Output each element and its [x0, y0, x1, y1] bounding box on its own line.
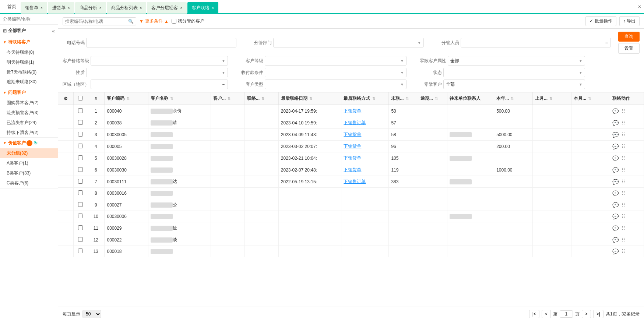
- chat-icon[interactable]: 💬: [612, 190, 619, 196]
- row-action-cell[interactable]: 💬⠿: [610, 176, 644, 188]
- row-checkbox[interactable]: [78, 108, 83, 113]
- sidebar-item-overdue[interactable]: 逾期未联络(30): [0, 77, 58, 87]
- row-checkbox[interactable]: [78, 120, 83, 125]
- gear-column-header[interactable]: ⚙: [58, 92, 74, 105]
- last-method-link[interactable]: 下销售订单: [344, 120, 366, 125]
- row-action-cell[interactable]: 💬⠿: [610, 234, 644, 246]
- row-checkbox[interactable]: [78, 202, 83, 207]
- batch-ops-button[interactable]: ✓ 批量操作: [585, 16, 616, 26]
- sidebar-all-customers[interactable]: ⊞ 全部客户 «: [0, 25, 58, 37]
- nav-home[interactable]: 首页: [3, 0, 21, 14]
- row-checkbox[interactable]: [78, 155, 83, 160]
- page-input[interactable]: [560, 310, 573, 318]
- row-last-method-cell[interactable]: [341, 188, 389, 199]
- tab-close-pl[interactable]: ×: [140, 6, 142, 10]
- tab-close-cl[interactable]: ×: [180, 6, 182, 10]
- last-method-link[interactable]: 下销货单: [344, 144, 361, 149]
- my-customers-checkbox[interactable]: 我分管的客户: [172, 18, 204, 24]
- check-column-header[interactable]: [74, 92, 87, 105]
- more-action-icon[interactable]: ⠿: [622, 190, 625, 196]
- filter-manager-input[interactable]: ···: [461, 38, 611, 47]
- more-action-icon[interactable]: ⠿: [622, 155, 625, 161]
- row-checkbox[interactable]: [78, 248, 83, 253]
- chat-icon[interactable]: 💬: [612, 155, 619, 161]
- first-page-button[interactable]: |<: [529, 310, 539, 318]
- chat-icon[interactable]: 💬: [612, 132, 619, 138]
- more-action-icon[interactable]: ⠿: [622, 202, 625, 208]
- last-method-link[interactable]: 下销货单: [344, 108, 361, 113]
- last-method-link[interactable]: 下销售订单: [344, 179, 366, 184]
- row-checkbox[interactable]: [78, 225, 83, 230]
- row-check-cell[interactable]: [74, 199, 87, 211]
- row-checkbox[interactable]: [78, 144, 83, 148]
- row-action-cell[interactable]: 💬⠿: [610, 164, 644, 176]
- sidebar-item-declining[interactable]: 持续下滑客户(2): [0, 128, 58, 138]
- row-checkbox[interactable]: [78, 179, 83, 184]
- next-page-button[interactable]: >: [582, 310, 591, 318]
- last-method-link[interactable]: 下销货单: [344, 132, 361, 137]
- row-check-cell[interactable]: [74, 176, 87, 188]
- chat-icon[interactable]: 💬: [612, 248, 619, 254]
- row-check-cell[interactable]: [74, 211, 87, 222]
- per-page-select[interactable]: 50 100: [82, 310, 101, 318]
- nav-tab-product-list[interactable]: 商品分析列表 ×: [107, 2, 147, 14]
- row-last-method-cell[interactable]: 下销货单: [341, 129, 389, 141]
- select-all-checkbox[interactable]: [78, 96, 83, 100]
- nav-tab-purchase[interactable]: 进货单 ×: [48, 2, 74, 14]
- nav-tab-customer-layer[interactable]: 客户分层经客 ×: [147, 2, 187, 14]
- filter-region-input[interactable]: ···: [91, 80, 228, 89]
- thismonth-column-header[interactable]: 本月... ⇅: [571, 92, 610, 105]
- more-action-icon[interactable]: ⠿: [622, 108, 625, 114]
- row-last-method-cell[interactable]: [341, 234, 389, 246]
- more-action-icon[interactable]: ⠿: [622, 179, 625, 185]
- row-action-cell[interactable]: 💬⠿: [610, 117, 644, 129]
- row-check-cell[interactable]: [74, 129, 87, 141]
- chat-icon[interactable]: 💬: [612, 214, 619, 219]
- filter-payment-select[interactable]: ▼: [265, 68, 407, 77]
- nav-tab-customer-contact[interactable]: 客户联络 ×: [187, 2, 218, 14]
- row-last-method-cell[interactable]: 下销售订单: [341, 176, 389, 188]
- filter-status-select[interactable]: ▼: [443, 68, 585, 77]
- sidebar-item-stockpile-abnormal[interactable]: 囤购异常客户(2): [0, 98, 58, 108]
- row-check-cell[interactable]: [74, 105, 87, 117]
- sidebar-item-tomorrow[interactable]: 明天待联络(1): [0, 57, 58, 67]
- search-box[interactable]: 🔍: [63, 17, 136, 25]
- lastmonth-column-header[interactable]: 上月... ⇅: [533, 92, 571, 105]
- tab-close-cc[interactable]: ×: [212, 6, 214, 10]
- overdue-column-header[interactable]: 逾期... ⇅: [418, 92, 447, 105]
- row-action-cell[interactable]: 💬⠿: [610, 152, 644, 164]
- row-last-method-cell[interactable]: [341, 246, 389, 257]
- chat-icon[interactable]: 💬: [612, 120, 619, 126]
- more-action-icon[interactable]: ⠿: [622, 144, 625, 149]
- last-method-column-header[interactable]: 最后联络方式 ⇅: [341, 92, 389, 105]
- row-action-cell[interactable]: 💬⠿: [610, 141, 644, 152]
- name-column-header[interactable]: 客户名称 ⇅: [148, 92, 211, 105]
- row-checkbox[interactable]: [78, 132, 83, 137]
- my-customers-check-input[interactable]: [172, 19, 176, 24]
- chat-icon[interactable]: 💬: [612, 202, 619, 208]
- sidebar-section-title-pending[interactable]: ▼ 待联络客户: [0, 37, 58, 47]
- row-checkbox[interactable]: [78, 214, 83, 218]
- last-method-link[interactable]: 下销货单: [344, 167, 361, 172]
- refresh-icon[interactable]: ↻: [34, 141, 38, 146]
- more-action-icon[interactable]: ⠿: [622, 120, 625, 126]
- filter-retail-cust-select[interactable]: 全部 ▼: [443, 80, 585, 89]
- row-last-method-cell[interactable]: 下销货单: [341, 141, 389, 152]
- row-action-cell[interactable]: 💬⠿: [610, 246, 644, 257]
- row-last-method-cell[interactable]: [341, 222, 389, 234]
- last-date-column-header[interactable]: 最后联络日期 ⇅: [278, 92, 341, 105]
- sidebar-item-ungroup[interactable]: 未分组(32): [0, 148, 58, 158]
- nav-tab-product-analysis[interactable]: 商品分析 ×: [75, 2, 106, 14]
- search-icon[interactable]: 🔍: [128, 19, 134, 24]
- row-check-cell[interactable]: [74, 117, 87, 129]
- filter-retail-attr-select[interactable]: 全部 ▼: [448, 56, 585, 66]
- more-action-icon[interactable]: ⠿: [622, 214, 625, 219]
- row-check-cell[interactable]: [74, 246, 87, 257]
- chat-icon[interactable]: 💬: [612, 225, 619, 231]
- liaison-column-header[interactable]: 往来单位联系人: [447, 92, 494, 105]
- row-last-method-cell[interactable]: 下销货单: [341, 152, 389, 164]
- chat-icon[interactable]: 💬: [612, 167, 619, 173]
- code-column-header[interactable]: 客户编码 ⇅: [105, 92, 148, 105]
- query-button[interactable]: 查询: [618, 32, 640, 42]
- search-input[interactable]: [65, 19, 128, 24]
